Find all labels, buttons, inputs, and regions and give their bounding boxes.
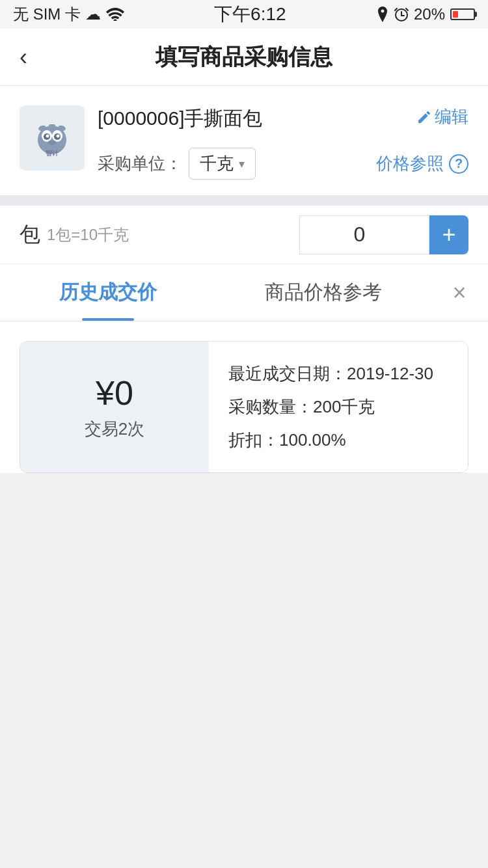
- price-reference-button[interactable]: 价格参照 ?: [376, 152, 468, 175]
- status-left: 无 SIM 卡 ☁: [13, 4, 124, 25]
- currency-symbol: ¥: [96, 374, 115, 412]
- price-card-right: 最近成交日期：2019-12-30 采购数量：200千克 折扣：100.00%: [209, 342, 468, 472]
- unit-selector-group: 采购单位： 千克 ▾: [98, 148, 256, 180]
- svg-point-0: [113, 20, 116, 21]
- content-area: [0, 493, 488, 868]
- unit-row: 采购单位： 千克 ▾ 价格参照 ?: [98, 148, 468, 180]
- section-divider: [0, 195, 488, 206]
- svg-line-4: [395, 8, 397, 10]
- unit-label: 采购单位：: [98, 152, 182, 175]
- quantity-unit-label: 包 1包=10千克: [20, 221, 299, 249]
- page-title: 填写商品采购信息: [156, 42, 332, 72]
- product-row: 智计 [0000006]手撕面包 编辑 采购单位： 千克 ▾: [20, 105, 468, 180]
- svg-rect-14: [49, 124, 55, 128]
- price-card: ¥0 交易2次 最近成交日期：2019-12-30 采购数量：200千克 折扣：…: [20, 341, 468, 473]
- transaction-count: 交易2次: [85, 418, 144, 441]
- unit-dropdown[interactable]: 千克 ▾: [189, 148, 256, 180]
- status-bar: 无 SIM 卡 ☁ 下午6:12 20%: [0, 0, 488, 29]
- battery-icon: [450, 8, 475, 20]
- help-icon: ?: [449, 154, 468, 174]
- quantity-input-group: +: [299, 215, 468, 254]
- qty-unit-char: 包: [20, 221, 40, 249]
- product-name: [0000006]手撕面包: [98, 105, 403, 132]
- qty-conversion-hint: 1包=10千克: [47, 224, 129, 245]
- wifi-icon: [106, 8, 124, 21]
- tabs-section: 历史成交价 商品价格参考 × ¥0 交易2次 最近成交日期：2019-12-30…: [0, 264, 488, 473]
- product-info: [0000006]手撕面包 编辑 采购单位： 千克 ▾ 价格: [98, 105, 468, 180]
- tabs-header: 历史成交价 商品价格参考 ×: [0, 264, 488, 321]
- alarm-icon: [394, 7, 409, 22]
- svg-text:智计: 智计: [45, 150, 59, 157]
- edit-button[interactable]: 编辑: [416, 105, 468, 128]
- edit-icon: [416, 109, 432, 125]
- price-value: 0: [115, 374, 133, 412]
- tab-history-price[interactable]: 历史成交价: [0, 264, 215, 321]
- last-deal-date: 最近成交日期：2019-12-30: [228, 361, 448, 387]
- status-right: 20%: [376, 5, 475, 23]
- discount-info: 折扣：100.00%: [228, 427, 448, 453]
- tab-active-indicator: [82, 318, 134, 321]
- purchase-quantity: 采购数量：200千克: [228, 394, 448, 420]
- product-logo-icon: 智计: [29, 115, 75, 161]
- tab-product-price-ref[interactable]: 商品价格参考: [215, 264, 431, 321]
- product-thumbnail: 智计: [20, 105, 85, 170]
- price-display: ¥0: [96, 373, 133, 413]
- battery-percent: 20%: [414, 5, 445, 23]
- tab-close-button[interactable]: ×: [431, 264, 488, 321]
- quantity-input[interactable]: [299, 215, 429, 254]
- svg-line-5: [406, 8, 408, 10]
- product-section: 智计 [0000006]手撕面包 编辑 采购单位： 千克 ▾: [0, 86, 488, 195]
- status-time: 下午6:12: [214, 2, 286, 27]
- location-icon: [376, 7, 389, 22]
- back-button[interactable]: ‹: [13, 37, 34, 77]
- quantity-section: 包 1包=10千克 +: [0, 206, 488, 264]
- svg-point-11: [46, 135, 49, 138]
- sim-label: 无 SIM 卡 ☁: [13, 4, 101, 25]
- price-card-left: ¥0 交易2次: [20, 342, 209, 472]
- product-header: [0000006]手撕面包 编辑: [98, 105, 468, 132]
- chevron-down-icon: ▾: [239, 157, 245, 171]
- nav-bar: ‹ 填写商品采购信息: [0, 29, 488, 86]
- quantity-plus-button[interactable]: +: [429, 215, 468, 254]
- unit-value: 千克: [200, 152, 234, 175]
- svg-point-13: [48, 140, 56, 145]
- svg-point-12: [57, 135, 60, 138]
